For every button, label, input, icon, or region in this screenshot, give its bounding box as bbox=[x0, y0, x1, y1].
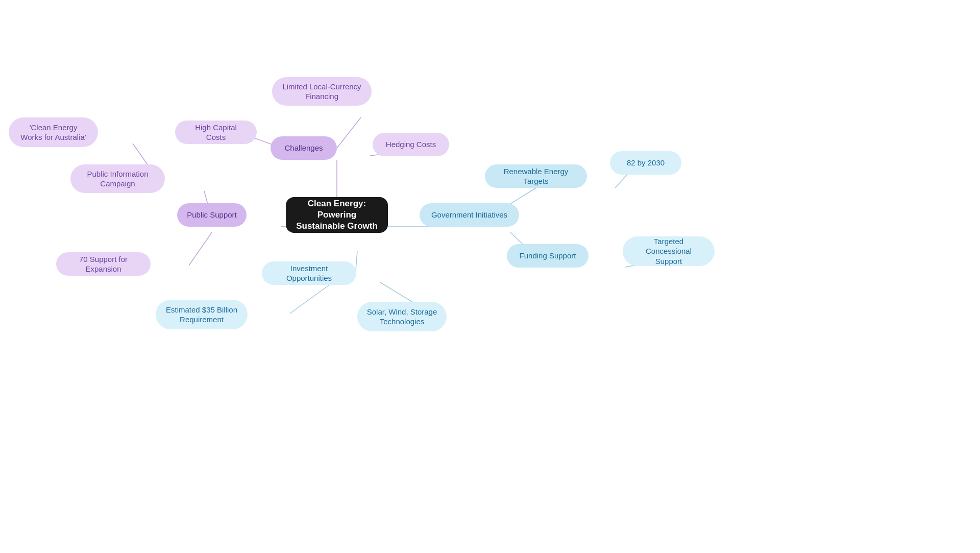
support-expansion-node[interactable]: 70 Support for Expansion bbox=[56, 252, 151, 276]
clean-energy-works-node[interactable]: 'Clean Energy Works for Australia' bbox=[9, 117, 98, 147]
center-node[interactable]: Clean Energy: Powering Sustainable Growt… bbox=[286, 197, 388, 233]
svg-line-9 bbox=[290, 282, 333, 314]
svg-line-1 bbox=[337, 117, 361, 148]
funding-support-node[interactable]: Funding Support bbox=[507, 244, 589, 268]
svg-line-7 bbox=[189, 232, 212, 266]
public-support-node[interactable]: Public Support bbox=[177, 203, 247, 227]
hedging-costs-node[interactable]: Hedging Costs bbox=[373, 133, 449, 156]
challenges-node[interactable]: Challenges bbox=[271, 136, 337, 160]
targeted-concessional-node[interactable]: Targeted Concessional Support bbox=[623, 236, 715, 266]
government-initiatives-node[interactable]: Government Initiatives bbox=[420, 203, 519, 227]
high-capital-node[interactable]: High Capital Costs bbox=[175, 121, 257, 144]
investment-opportunities-node[interactable]: Investment Opportunities bbox=[262, 261, 356, 285]
svg-line-8 bbox=[356, 251, 357, 271]
public-info-campaign-node[interactable]: Public Information Campaign bbox=[70, 164, 165, 193]
solar-wind-node[interactable]: Solar, Wind, Storage Technologies bbox=[357, 302, 447, 331]
limited-financing-node[interactable]: Limited Local-Currency Financing bbox=[272, 77, 372, 106]
82-by-2030-node[interactable]: 82 by 2030 bbox=[610, 151, 681, 175]
estimated-35-billion-node[interactable]: Estimated $35 Billion Requirement bbox=[156, 300, 248, 329]
renewable-targets-node[interactable]: Renewable Energy Targets bbox=[485, 164, 587, 188]
